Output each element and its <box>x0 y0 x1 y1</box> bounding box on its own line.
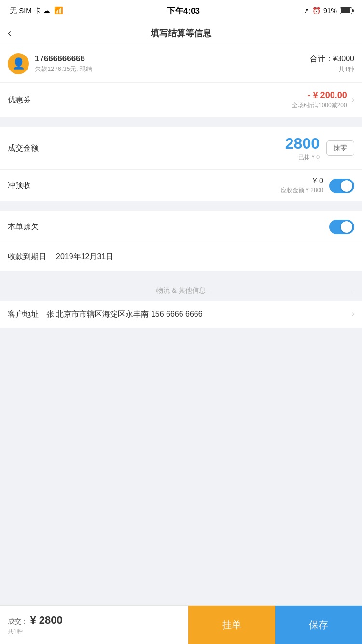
due-date-value: 2019年12月31日 <box>56 252 113 262</box>
separator-4 <box>0 328 362 405</box>
bottom-total-row: 成交： ¥ 2800 <box>8 614 181 627</box>
wifi-icon: 📶 <box>54 6 63 15</box>
debt-toggle-knob <box>341 221 352 233</box>
main-content: 👤 17666666666 欠款1276.35元, 现结 合计：¥3000 共1… <box>0 45 362 453</box>
debt-label: 本单赊欠 <box>8 222 39 232</box>
status-bar: 无 SIM 卡 ☁ 📶 下午4:03 ↗ ⏰ 91% <box>0 0 362 21</box>
coupon-amount: - ¥ 200.00 <box>292 90 347 100</box>
coupon-row[interactable]: 优惠券 - ¥ 200.00 全场6折满1000减200 › <box>0 82 362 117</box>
customer-right: 合计：¥3000 共1种 <box>310 54 355 74</box>
coupon-chevron-icon: › <box>352 96 354 104</box>
prepay-amount-value: ¥ 0 <box>281 177 323 185</box>
address-chevron-icon: › <box>352 308 354 318</box>
divider-line-left <box>8 291 151 291</box>
divider-line-right <box>211 291 354 291</box>
coupon-value-area: - ¥ 200.00 全场6折满1000减200 <box>292 90 347 110</box>
status-left: 无 SIM 卡 ☁ 📶 <box>10 6 63 15</box>
status-right: ↗ ⏰ 91% <box>304 7 352 14</box>
toggle-knob <box>341 180 352 192</box>
address-label: 客户地址 <box>8 308 39 320</box>
bottom-bar: 成交： ¥ 2800 共1种 挂单 保存 <box>0 605 362 644</box>
prepay-right: ¥ 0 应收金额 ¥ 2800 <box>281 177 354 195</box>
alarm-icon: ⏰ <box>312 7 320 14</box>
customer-left: 👤 17666666666 欠款1276.35元, 现结 <box>8 53 92 74</box>
bottom-info: 成交： ¥ 2800 共1种 <box>0 614 188 636</box>
deal-amount-col: 2800 已抹 ¥ 0 <box>285 135 320 162</box>
logistics-divider: 物流 & 其他信息 <box>0 280 362 301</box>
deal-amount-sub: 已抹 ¥ 0 <box>285 154 320 162</box>
logistics-label: 物流 & 其他信息 <box>156 286 205 295</box>
prepay-toggle[interactable] <box>329 179 354 193</box>
debt-toggle[interactable] <box>329 220 354 234</box>
total-amount: 合计：¥3000 <box>310 54 355 64</box>
round-button[interactable]: 抹零 <box>326 140 354 156</box>
battery-icon <box>340 7 352 14</box>
location-icon: ↗ <box>304 7 309 14</box>
prepay-row: 冲预收 ¥ 0 应收金额 ¥ 2800 <box>0 169 362 201</box>
page-title: 填写结算等信息 <box>151 28 211 39</box>
customer-row: 👤 17666666666 欠款1276.35元, 现结 合计：¥3000 共1… <box>0 45 362 82</box>
due-date-label: 收款到期日 <box>8 252 46 262</box>
deal-amount-label: 成交金额 <box>8 143 39 154</box>
bottom-total-amount: ¥ 2800 <box>30 614 62 626</box>
deal-amount-value: 2800 <box>285 135 320 153</box>
save-button[interactable]: 保存 <box>275 606 362 644</box>
debt-row: 本单赊欠 <box>0 211 362 243</box>
separator-1 <box>0 122 362 127</box>
coupon-label: 优惠券 <box>8 95 31 105</box>
avatar: 👤 <box>8 53 29 74</box>
coupon-right-area: - ¥ 200.00 全场6折满1000减200 › <box>292 90 354 110</box>
customer-phone: 17666666666 <box>35 54 92 64</box>
deal-amount-row: 成交金额 2800 已抹 ¥ 0 抹零 <box>0 127 362 169</box>
separator-2 <box>0 206 362 211</box>
amount-section: 成交金额 2800 已抹 ¥ 0 抹零 冲预收 ¥ 0 应收金额 ¥ 2800 <box>0 127 362 201</box>
separator-3 <box>0 276 362 280</box>
avatar-icon: 👤 <box>12 57 25 70</box>
battery-pct: 91% <box>323 7 337 14</box>
status-time: 下午4:03 <box>167 5 200 16</box>
back-button[interactable]: ‹ <box>8 23 15 43</box>
bottom-total-label: 成交： <box>8 617 28 625</box>
customer-info: 17666666666 欠款1276.35元, 现结 <box>35 54 92 73</box>
sim-label: 无 SIM 卡 ☁ <box>10 6 50 15</box>
deal-amount-right: 2800 已抹 ¥ 0 抹零 <box>285 135 354 162</box>
coupon-desc: 全场6折满1000减200 <box>292 101 347 110</box>
nav-bar: ‹ 填写结算等信息 <box>0 21 362 45</box>
debt-card: 本单赊欠 收款到期日 2019年12月31日 <box>0 211 362 271</box>
bottom-count: 共1种 <box>8 628 181 636</box>
prepay-amount-area: ¥ 0 应收金额 ¥ 2800 <box>281 177 323 195</box>
prepay-label: 冲预收 <box>8 181 31 191</box>
customer-debt: 欠款1276.35元, 现结 <box>35 65 92 73</box>
pending-button[interactable]: 挂单 <box>188 606 275 644</box>
item-count: 共1种 <box>310 65 355 74</box>
prepay-amount-sub: 应收金额 ¥ 2800 <box>281 186 323 195</box>
due-date-row: 收款到期日 2019年12月31日 <box>0 243 362 271</box>
address-row[interactable]: 客户地址 张 北京市市辖区海淀区永丰南 156 6666 6666 › <box>0 301 362 328</box>
address-text: 张 北京市市辖区海淀区永丰南 156 6666 6666 <box>46 308 347 320</box>
customer-card: 👤 17666666666 欠款1276.35元, 现结 合计：¥3000 共1… <box>0 45 362 117</box>
